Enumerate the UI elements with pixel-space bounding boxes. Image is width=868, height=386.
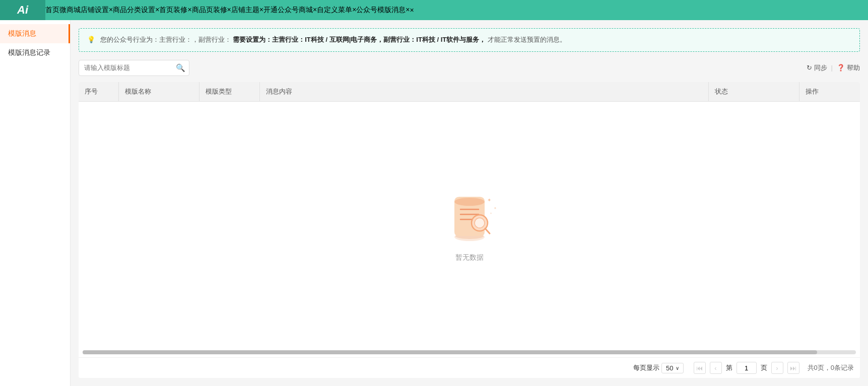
help-button[interactable]: ❓ 帮助 — [837, 63, 860, 72]
help-icon: ❓ — [837, 64, 845, 71]
tab-label-home-decoration: 首页装修 — [159, 6, 187, 14]
svg-point-7 — [475, 218, 485, 228]
prev-page-button[interactable]: ‹ — [710, 362, 722, 374]
next-page-button[interactable]: › — [771, 362, 783, 374]
tab-label-category-settings: 商品分类设置 — [113, 6, 155, 14]
tab-close-custom-menu[interactable]: × — [352, 6, 356, 14]
pagination-bar: 每页显示 50 ∨ ⏮ ‹ 第 页 › ⏭ 共0页，0条记录 — [79, 357, 860, 378]
page-suffix: 页 — [761, 363, 767, 372]
search-bar: 🔍 ↻ 同步 | ❓ 帮助 — [79, 60, 860, 76]
tab-close-shop-settings[interactable]: × — [109, 6, 113, 14]
tab-open-mall[interactable]: 开通公众号商城× — [263, 6, 317, 15]
empty-text: 暂无数据 — [455, 253, 484, 262]
tab-category-settings[interactable]: 商品分类设置× — [113, 6, 159, 15]
page-size-selector: 每页显示 50 ∨ — [633, 363, 683, 373]
table-body: ✦ ✦ ✦ 暂无数据 — [79, 102, 860, 347]
table-header: 序号模版名称模版类型消息内容状态操作 — [79, 82, 860, 102]
tab-product-decoration[interactable]: 商品页装修× — [192, 6, 231, 15]
search-input-wrap: 🔍 — [79, 60, 189, 76]
tab-template-msg[interactable]: 公众号模版消息× — [356, 6, 410, 15]
tab-home-decoration[interactable]: 首页装修× — [159, 6, 191, 15]
top-nav-wrapper: Ai 首页微商城店铺设置×商品分类设置×首页装修×商品页装修×店铺主题×开通公众… — [0, 0, 868, 20]
content-area: 💡 您的公众号行业为：主营行业：，副营行业： 需要设置为：主营行业：IT科技 /… — [71, 20, 868, 386]
col-header-content: 消息内容 — [260, 82, 709, 101]
tab-label-home: 首页 — [45, 6, 59, 14]
table-wrap: 序号模版名称模版类型消息内容状态操作 — [79, 82, 860, 378]
tab-label-custom-menu: 自定义菜单 — [317, 6, 352, 14]
tab-store-theme[interactable]: 店铺主题× — [231, 6, 263, 15]
notice-prefix: 您的公众号行业为：主营行业：，副营行业： — [100, 36, 231, 43]
logo: Ai — [0, 0, 45, 20]
tab-close-home-decoration[interactable]: × — [187, 6, 191, 14]
sidebar-item-template-msg-log[interactable]: 模版消息记录 — [0, 43, 70, 62]
chevron-down-icon: ∨ — [676, 365, 679, 371]
tab-close-category-settings[interactable]: × — [155, 6, 159, 14]
sync-button[interactable]: ↻ 同步 — [807, 63, 827, 72]
last-page-button[interactable]: ⏭ — [787, 362, 799, 374]
tab-shop-settings[interactable]: 微商城店铺设置× — [59, 6, 113, 15]
col-header-status: 状态 — [709, 82, 799, 101]
col-header-type: 模版类型 — [199, 82, 260, 101]
search-input[interactable] — [79, 60, 189, 76]
page-size-dropdown[interactable]: 50 ∨ — [661, 363, 683, 373]
first-page-button[interactable]: ⏮ — [694, 362, 706, 374]
tab-custom-menu[interactable]: 自定义菜单× — [317, 6, 356, 15]
search-icon[interactable]: 🔍 — [176, 63, 185, 72]
tab-label-product-decoration: 商品页装修 — [192, 6, 227, 14]
svg-text:✦: ✦ — [490, 212, 492, 215]
page-size-value: 50 — [666, 364, 673, 372]
notice-icon: 💡 — [87, 36, 95, 43]
svg-text:✦: ✦ — [487, 197, 491, 203]
sync-help-area: ↻ 同步 | ❓ 帮助 — [807, 63, 860, 72]
col-header-action: 操作 — [799, 82, 860, 101]
svg-text:✦: ✦ — [494, 206, 497, 210]
sync-icon: ↻ — [807, 64, 812, 71]
toolbar-divider: | — [831, 64, 833, 71]
empty-illustration: ✦ ✦ ✦ — [439, 187, 500, 247]
sidebar-item-template-msg[interactable]: 模版消息 — [0, 24, 70, 43]
col-header-index: 序号 — [79, 82, 119, 101]
tab-home[interactable]: 首页 — [45, 6, 59, 15]
main-layout: 模版消息模版消息记录 💡 您的公众号行业为：主营行业：，副营行业： 需要设置为：… — [0, 20, 868, 386]
tab-label-open-mall: 开通公众号商城 — [263, 6, 313, 14]
tab-close-store-theme[interactable]: × — [259, 6, 263, 14]
tabs-container: 首页微商城店铺设置×商品分类设置×首页装修×商品页装修×店铺主题×开通公众号商城… — [0, 0, 868, 20]
tab-label-store-theme: 店铺主题 — [231, 6, 259, 14]
logo-text: Ai — [17, 4, 28, 17]
notice-highlight: 需要设置为：主营行业：IT科技 / 互联网|电子商务，副营行业：IT科技 / I… — [233, 36, 486, 43]
svg-point-2 — [454, 198, 485, 206]
tab-close-product-decoration[interactable]: × — [227, 6, 231, 14]
tab-close-open-mall[interactable]: × — [313, 6, 317, 14]
page-number-input[interactable] — [737, 362, 757, 374]
page-label: 第 — [726, 363, 732, 372]
sidebar: 模版消息模版消息记录 — [0, 20, 71, 386]
tab-label-shop-settings: 微商城店铺设置 — [59, 6, 109, 14]
notice-box: 💡 您的公众号行业为：主营行业：，副营行业： 需要设置为：主营行业：IT科技 /… — [79, 28, 860, 52]
tab-label-template-msg: 公众号模版消息 — [356, 6, 406, 14]
notice-suffix: 才能正常发送预置的消息。 — [488, 36, 566, 43]
svg-line-8 — [485, 228, 490, 234]
tab-close-template-msg[interactable]: × — [406, 6, 410, 14]
page-total: 共0页，0条记录 — [808, 363, 854, 372]
global-close-button[interactable]: × — [410, 6, 414, 14]
page-size-label: 每页显示 — [633, 363, 659, 372]
col-header-name: 模版名称 — [119, 82, 199, 101]
horizontal-scrollbar[interactable] — [79, 347, 860, 357]
empty-state: ✦ ✦ ✦ 暂无数据 — [439, 167, 500, 282]
